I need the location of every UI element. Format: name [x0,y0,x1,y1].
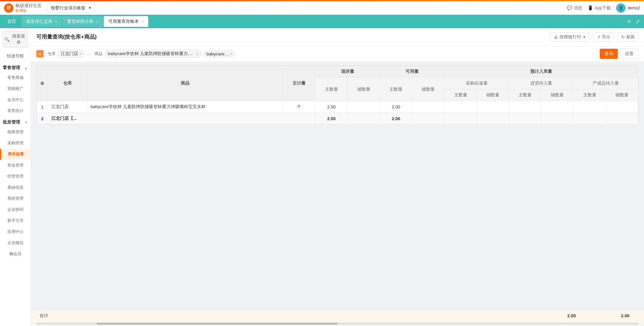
sidebar-item-wechat[interactable]: 企业微信 [0,237,31,248]
td-pt-main [444,101,477,113]
th-settings[interactable]: ⚙ [37,66,48,101]
tab-receipts-close[interactable]: × [55,19,57,24]
th-incoming-pending: 进货待入量 [509,78,574,89]
sidebar-group-wholesale-arrow: ▼ [24,121,28,124]
td-subtotal-stock-sub [347,113,380,125]
sidebar-item-marketing[interactable]: 营销推广 [0,83,31,94]
tab-inventory-ledger-label: 可用量库存账本 [108,18,139,25]
total-label: 合计 [36,313,56,319]
warehouse-tag-close[interactable]: × [79,52,82,56]
td-subtotal-ip-sub [541,113,574,125]
td-subtotal-label: 江北门店【... [48,113,315,125]
template-print-button[interactable]: 🖨 按模板打印 ▼ [550,32,590,42]
tab-order-stats-close[interactable]: × [96,19,98,24]
th-pt-main: 主数量 [444,89,477,101]
tab-inventory-ledger-close[interactable]: × [142,19,144,24]
sidebar-item-member[interactable]: 畅会员 [0,248,31,260]
td-subtotal-avail-sub [412,113,444,125]
sidebar-item-retail-store[interactable]: 零售商城 [0,72,31,83]
warehouse-more-dots[interactable]: ··· [87,51,91,56]
warehouse-label: 仓库 [48,51,56,57]
td-avail-main: 2.00 [380,101,412,113]
goods-tag-1[interactable]: babycare学饮杯 儿童防摔防撞吸管杯重力球吸嘴杯宝宝水杯 × [105,50,201,58]
td-subtotal-ip-main [509,113,541,125]
td-ip-main [509,101,541,113]
export-button[interactable]: ↗ 导出 [593,32,614,42]
close-all-tabs-button[interactable]: × [625,18,634,25]
expand-button[interactable]: ⤢ [634,18,641,25]
tab-inventory-ledger[interactable]: 可用量库存账本 × [104,16,148,27]
print-icon: 🖨 [554,35,558,40]
sidebar-item-system[interactable]: 系统管理 [0,193,31,204]
search-menu-button[interactable]: 🔍 搜索菜单 [3,31,28,48]
filter-bar: » 仓库 江北门店 × ··· 商品 babycare学饮杯 儿童防摔防撞吸管杯… [31,46,644,62]
tab-home[interactable]: 首页 [3,16,21,27]
sidebar-group-wholesale-label[interactable]: 批发管理 ▼ [0,117,31,127]
download-icon: 📱 [588,5,593,10]
th-stock-main: 主数量 [315,78,347,101]
warehouse-filter: 仓库 江北门店 × ··· [48,50,91,58]
message-button[interactable]: 💬 消息 [567,5,582,11]
goods-tag-1-close[interactable]: × [196,52,198,56]
td-unit: 个 [283,101,315,113]
sidebar-item-purchase[interactable]: 采购管理 [0,138,31,149]
page-header-actions: 🖨 按模板打印 ▼ ↗ 导出 ↻ 刷新 [550,32,639,42]
filter-expand-button[interactable]: » [36,50,44,57]
warehouse-tag[interactable]: 江北门店 × [58,50,85,58]
app-download-button[interactable]: 📱 App下载 [588,5,611,11]
sidebar-group-retail-label[interactable]: 零售管理 ▲ [0,62,31,72]
tab-order-stats[interactable]: 要货单统计表 × [62,16,103,27]
sidebar-search-area: 🔍 搜索菜单 [0,28,31,50]
th-unit: 主计量 [283,66,315,101]
td-subtotal-stock-main: 2.00 [315,113,347,125]
industry-select[interactable]: 母婴行业演示账套 ▼ [48,3,95,13]
page-header: 可用量查询(按仓库+商品) 🖨 按模板打印 ▼ ↗ 导出 ↻ 刷新 [31,28,644,46]
th-pp-sub: 辅数量 [606,89,638,101]
table-area: ⚙ 仓库 商品 主计量 现存量 可用量 预计入库量 主数量 辅数量 主数量 [31,62,644,310]
th-ip-sub: 辅数量 [541,89,574,101]
tab-receipts[interactable]: 收发存汇总表 × [21,16,62,27]
sidebar-item-ecommerce[interactable]: 电商管理 [0,127,31,138]
user-area[interactable]: 👤 demo2 [616,3,640,13]
th-purchase-transit: 采购在途量 [444,78,509,89]
td-pp-sub [606,101,638,113]
query-button[interactable]: 查询 [600,49,618,59]
top-bar: 好 畅捷通好生意 标准版 母婴行业演示账套 ▼ 💬 消息 📱 App下载 👤 d… [0,1,644,15]
page-title: 可用量查询(按仓库+商品) [36,34,97,41]
th-goods: 商品 [87,66,283,101]
goods-tag-2[interactable]: babycare… × [204,50,235,57]
avatar: 👤 [616,3,626,13]
logo-text: 畅捷通好生意 标准版 [15,3,42,13]
td-pt-sub [477,101,509,113]
sidebar-item-member-center[interactable]: 会员中心 [0,94,31,105]
sidebar-item-operations[interactable]: 经营管理 [0,171,31,182]
tab-home-label: 首页 [7,18,16,25]
table-header-group-row: ⚙ 仓库 商品 主计量 现存量 可用量 预计入库量 [37,66,638,78]
th-incoming-group: 预计入库量 [444,66,638,78]
scroll-bar-area [31,321,644,326]
sidebar-group-retail-arrow: ▲ [24,66,28,70]
td-warehouse: 江北门店 [48,101,87,113]
td-avail-sub [412,101,444,113]
th-stock-group: 现存量 [315,66,380,78]
refresh-button[interactable]: ↻ 刷新 [618,32,639,42]
sidebar-item-finance[interactable]: 资金管理 [0,160,31,171]
sidebar-item-enterprise[interactable]: 企业协同 [0,204,31,215]
td-ip-sub [541,101,574,113]
sidebar-item-basic[interactable]: 基础信息 [0,182,31,193]
goods-tag-2-close[interactable]: × [230,52,232,56]
horizontal-scrollbar[interactable] [36,323,639,325]
td-stock-sub [347,101,380,113]
td-stock-main: 2.00 [315,101,347,113]
sidebar-item-appstore[interactable]: 应用中心 [0,226,31,237]
sidebar-item-inventory[interactable]: 库存核算 [0,149,31,160]
sidebar: 🔍 搜索菜单 快捷导航 零售管理 ▲ 零售商城 营销推广 会员中心 零售统计 批… [0,28,31,326]
sidebar-item-retail-stats[interactable]: 零售统计 [0,105,31,117]
settings-button[interactable]: 设置 [620,49,639,59]
sidebar-item-newbie[interactable]: 新手引导 [0,215,31,226]
inventory-table: ⚙ 仓库 商品 主计量 现存量 可用量 预计入库量 主数量 辅数量 主数量 [37,65,638,125]
total-stock-main: 2.00 [558,313,585,318]
sidebar-item-quick-nav[interactable]: 快捷导航 [0,50,31,62]
scrollbar-thumb[interactable] [97,323,337,325]
main-layout: 🔍 搜索菜单 快捷导航 零售管理 ▲ 零售商城 营销推广 会员中心 零售统计 批… [0,28,644,326]
